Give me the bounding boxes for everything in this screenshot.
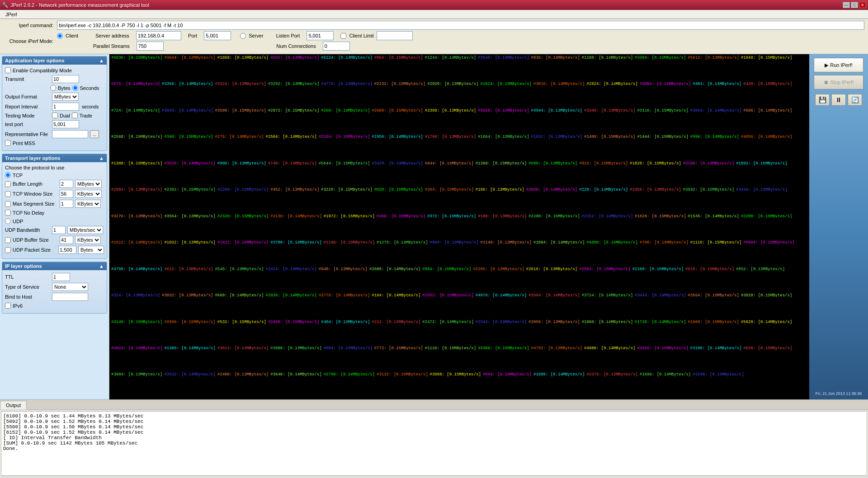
udp-bandwidth-unit[interactable]: MBytes/secKBytes/sec bbox=[67, 226, 103, 234]
tcp-window-label: TCP Window Size bbox=[13, 191, 58, 197]
test-port-label: test port bbox=[5, 122, 50, 127]
pause-icon-button[interactable]: ⏸ bbox=[831, 94, 846, 106]
tcp-label: TCP bbox=[13, 173, 23, 178]
app-layer-header[interactable]: Application layer options ▲ bbox=[2, 56, 107, 65]
refresh-icon-button[interactable]: 🔄 bbox=[848, 94, 862, 106]
menu-bar: JPerf bbox=[0, 10, 868, 19]
ip-layer-title: IP layer options bbox=[5, 263, 42, 269]
client-radio[interactable] bbox=[57, 33, 63, 39]
tos-label: Type of Service bbox=[5, 284, 50, 290]
iperf-command-input[interactable] bbox=[57, 21, 864, 30]
stop-iperf-button[interactable]: ⏹ Stop IPerf! bbox=[814, 75, 863, 89]
tcp-window-unit[interactable]: KBytesMBytes bbox=[75, 190, 102, 198]
rep-file-input[interactable] bbox=[52, 130, 88, 138]
udp-packet-checkbox[interactable] bbox=[5, 247, 11, 253]
seconds-label: Seconds bbox=[80, 85, 99, 91]
tcp-window-input[interactable] bbox=[60, 190, 73, 198]
server-label: Server bbox=[249, 33, 263, 38]
save-icon-button[interactable]: 💾 bbox=[815, 94, 830, 106]
minimize-button[interactable]: — bbox=[843, 2, 850, 8]
compat-mode-label: Enable Compatibility Mode bbox=[13, 68, 72, 73]
server-radio[interactable] bbox=[240, 33, 246, 39]
output-format-select[interactable]: MBytes KBytes Bytes bbox=[52, 93, 79, 101]
udp-packet-input[interactable] bbox=[58, 246, 76, 254]
ip-layer-toggle[interactable]: ▲ bbox=[99, 263, 104, 269]
ttl-input[interactable] bbox=[52, 273, 70, 281]
print-mss-label: Print MSS bbox=[13, 141, 35, 146]
trade-checkbox[interactable] bbox=[72, 112, 78, 118]
print-mss-checkbox[interactable] bbox=[5, 140, 11, 146]
buffer-length-checkbox[interactable] bbox=[5, 181, 11, 187]
udp-radio[interactable] bbox=[5, 218, 11, 224]
transmit-input[interactable] bbox=[52, 75, 79, 83]
parallel-streams-input[interactable] bbox=[137, 42, 164, 51]
transmit-label: Transmit bbox=[5, 76, 50, 82]
tcp-radio[interactable] bbox=[5, 172, 11, 178]
output-content[interactable]: [6100] 0.0-10.9 sec 1.44 MBytes 0.13 MBy… bbox=[1, 411, 867, 476]
buffer-length-unit[interactable]: MBytesKBytes bbox=[75, 180, 102, 188]
udp-buffer-label: UDP Buffer Size bbox=[13, 237, 58, 243]
max-seg-checkbox[interactable] bbox=[5, 201, 11, 207]
window-title: JPerf 2.0.2 - Network performance measur… bbox=[10, 2, 149, 8]
transport-layer-toggle[interactable]: ▲ bbox=[99, 155, 104, 161]
server-address-label: Server address bbox=[95, 33, 129, 38]
output-tab[interactable]: Output bbox=[0, 401, 27, 410]
parallel-streams-label: Parallel Streams bbox=[93, 43, 130, 49]
tos-select[interactable]: None bbox=[52, 283, 88, 291]
app-layer-title: Application layer options bbox=[5, 58, 64, 63]
compat-mode-checkbox[interactable] bbox=[5, 67, 11, 73]
menu-jperf[interactable]: JPerf bbox=[2, 11, 21, 18]
graph-canvas: #5636: [0.15MBytes/s]#3644: [0.13MBytes/… bbox=[109, 54, 809, 399]
bind-host-label: Bind to Host bbox=[5, 294, 50, 300]
rep-file-browse[interactable]: ... bbox=[90, 130, 99, 138]
output-tabs: Output bbox=[0, 400, 868, 410]
port-label: Port bbox=[188, 33, 197, 38]
ttl-label: TTL bbox=[5, 274, 50, 280]
rep-file-label: Representative File bbox=[5, 131, 50, 137]
max-seg-label: Max Segment Size bbox=[13, 201, 58, 206]
listen-port-label: Listen Port bbox=[276, 33, 300, 38]
buffer-length-input[interactable] bbox=[60, 180, 73, 188]
trade-label: Trade bbox=[80, 113, 92, 118]
test-port-input[interactable] bbox=[52, 120, 79, 128]
udp-packet-unit[interactable]: BytesKBytes bbox=[78, 246, 104, 254]
title-bar-buttons[interactable]: — □ ✕ bbox=[843, 2, 866, 8]
report-interval-unit: seconds bbox=[82, 104, 99, 109]
main-layout: Application layer options ▲ Enable Compa… bbox=[0, 54, 868, 399]
udp-buffer-checkbox[interactable] bbox=[5, 237, 11, 243]
report-interval-input[interactable] bbox=[52, 103, 79, 111]
tcp-no-delay-label: TCP No Delay bbox=[13, 210, 44, 216]
close-button[interactable]: ✕ bbox=[859, 2, 866, 8]
client-limit-checkbox[interactable] bbox=[340, 33, 346, 39]
bytes-label: Bytes bbox=[58, 85, 71, 91]
listen-port-input[interactable] bbox=[307, 31, 334, 40]
udp-buffer-input[interactable] bbox=[60, 236, 73, 244]
testing-mode-label: Testing Mode bbox=[5, 113, 50, 118]
dual-checkbox[interactable] bbox=[52, 112, 58, 118]
maximize-button[interactable]: □ bbox=[851, 2, 858, 8]
udp-buffer-unit[interactable]: KBytesBytes bbox=[75, 236, 101, 244]
server-address-input[interactable] bbox=[136, 31, 181, 40]
udp-bandwidth-input[interactable] bbox=[52, 226, 66, 234]
run-iperf-button[interactable]: ▶ Run IPerf! bbox=[814, 58, 863, 72]
tcp-no-delay-checkbox[interactable] bbox=[5, 210, 11, 216]
app-layer-toggle[interactable]: ▲ bbox=[99, 58, 104, 63]
client-limit-input[interactable] bbox=[377, 31, 413, 40]
right-panel: ▶ Run IPerf! ⏹ Stop IPerf! 💾 ⏸ 🔄 Fri, 21… bbox=[809, 54, 868, 399]
mode-section: Client Server address Port Parallel Stre… bbox=[57, 31, 413, 51]
max-seg-unit[interactable]: KBytesBytes bbox=[75, 200, 101, 208]
ip-layer-header[interactable]: IP layer options ▲ bbox=[2, 262, 107, 270]
bottom-section: Output [6100] 0.0-10.9 sec 1.44 MBytes 0… bbox=[0, 399, 868, 478]
tcp-window-checkbox[interactable] bbox=[5, 191, 11, 197]
app-layer-section: Application layer options ▲ Enable Compa… bbox=[2, 56, 107, 151]
port-input[interactable] bbox=[204, 31, 231, 40]
ipv6-checkbox[interactable] bbox=[5, 303, 11, 309]
num-connections-input[interactable] bbox=[323, 42, 350, 51]
transport-layer-title: Transport layer options bbox=[5, 155, 60, 161]
transport-layer-header[interactable]: Transport layer options ▲ bbox=[2, 154, 107, 162]
bind-host-input[interactable] bbox=[52, 293, 88, 301]
udp-bandwidth-label: UDP Bandwidth bbox=[5, 227, 50, 233]
max-seg-input[interactable] bbox=[60, 200, 73, 208]
bytes-radio[interactable] bbox=[50, 85, 56, 91]
seconds-radio[interactable] bbox=[72, 85, 78, 91]
